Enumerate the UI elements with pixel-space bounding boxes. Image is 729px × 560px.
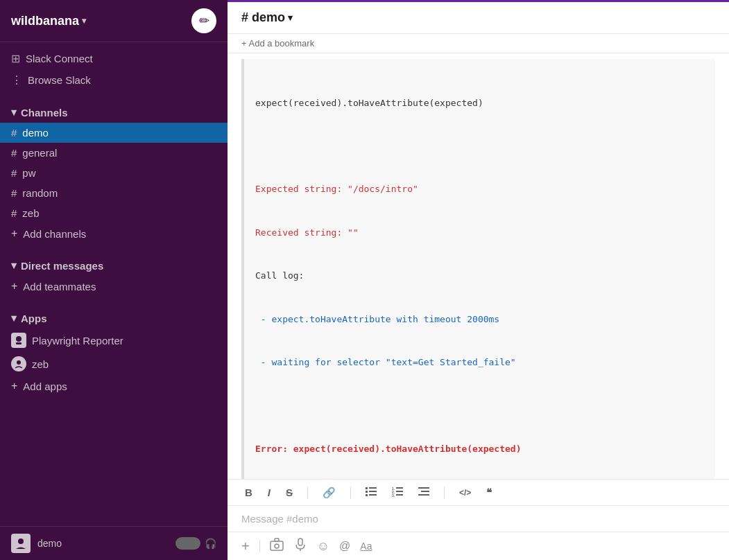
status-icons: 🎧 [175, 537, 216, 550]
code-line-logentry1: - expect.toHaveAttribute with timeout 20… [255, 313, 704, 327]
microphone-button[interactable] [293, 538, 307, 554]
main-content: # demo ▾ + Add a bookmark expect(receive… [228, 0, 729, 560]
bottom-user-name: demo [37, 538, 62, 549]
sidebar-item-pw[interactable]: # pw [0, 163, 228, 183]
message-input-area: Message #demo [228, 506, 729, 532]
apps-header[interactable]: ▾ Apps [0, 308, 228, 329]
indent-button[interactable] [415, 484, 433, 501]
sidebar-item-demo[interactable]: # demo [0, 123, 228, 143]
channels-header[interactable]: ▾ Channels [0, 102, 228, 123]
toolbar-divider-3 [444, 487, 445, 499]
channels-collapse-icon: ▾ [11, 106, 17, 119]
sidebar-item-zeb[interactable]: # zeb [0, 203, 228, 223]
channel-general-label: general [22, 147, 57, 159]
add-channels-button[interactable]: + Add channels [0, 223, 228, 244]
svg-rect-24 [298, 539, 302, 545]
direct-messages-header[interactable]: ▾ Direct messages [0, 255, 228, 276]
sidebar-header: wildbanana ▾ ✏ [0, 0, 228, 42]
camera-button[interactable] [270, 538, 284, 554]
add-apps-icon: + [11, 380, 17, 392]
slack-connect-icon: ⊞ [11, 52, 20, 65]
workspace-label: wildbanana [11, 14, 79, 28]
svg-rect-1 [16, 342, 22, 344]
svg-rect-8 [366, 491, 368, 493]
status-toggle[interactable] [175, 537, 200, 550]
message-toolbar: B I S 🔗 1.2.3. </> ❝ [228, 479, 729, 506]
hash-icon-random: # [11, 187, 17, 199]
svg-rect-22 [275, 539, 279, 541]
slack-connect-label: Slack Connect [26, 53, 93, 64]
aa-button[interactable]: Aa [360, 541, 372, 552]
svg-text:3.: 3. [392, 493, 395, 497]
channels-section: ▾ Channels # demo # general # pw # rando… [0, 96, 228, 250]
browse-slack-label: Browse Slack [28, 74, 91, 86]
sidebar: wildbanana ▾ ✏ ⊞ Slack Connect ⋮ Browse … [0, 0, 228, 560]
svg-rect-13 [396, 487, 403, 489]
channel-demo-label: demo [22, 127, 49, 139]
link-button[interactable]: 🔗 [319, 484, 339, 501]
channel-header: # demo ▾ [228, 2, 729, 34]
channel-title[interactable]: # demo ▾ [241, 10, 293, 25]
mention-button[interactable]: @ [339, 540, 350, 552]
numbered-list-button[interactable]: 1.2.3. [388, 484, 406, 501]
quote-button[interactable]: ❝ [483, 484, 495, 501]
svg-rect-15 [396, 491, 403, 492]
bookmark-bar[interactable]: + Add a bookmark [228, 34, 729, 53]
divider-1 [259, 540, 260, 552]
code-block: expect(received).toHaveAttribute(expecte… [241, 59, 715, 479]
svg-rect-11 [369, 494, 377, 496]
channel-random-label: random [22, 187, 58, 199]
bullet-list-button[interactable] [362, 484, 380, 501]
code-line-blank1 [255, 139, 704, 154]
code-line-calllog1: Call log: [255, 269, 704, 283]
apps-label: Apps [21, 313, 47, 324]
playwright-reporter-label: Playwright Reporter [32, 335, 123, 347]
hash-icon-general: # [11, 147, 17, 159]
toolbar-divider-1 [307, 487, 308, 499]
code-line-logentry2: - waiting for selector "text=Get Started… [255, 356, 704, 370]
svg-point-3 [18, 539, 24, 544]
code-line-error: Error: expect(received).toHaveAttribute(… [255, 442, 704, 457]
sidebar-item-general[interactable]: # general [0, 143, 228, 163]
sidebar-item-playwright-reporter[interactable]: Playwright Reporter [0, 329, 228, 352]
workspace-name[interactable]: wildbanana ▾ [11, 14, 86, 28]
zeb-person-icon [11, 356, 26, 371]
channels-label: Channels [21, 107, 68, 119]
hash-icon-zeb: # [11, 207, 17, 219]
code-line-expected1: Expected string: "/docs/intro" [255, 182, 704, 197]
add-apps-button[interactable]: + Add apps [0, 376, 228, 396]
headphone-icon: 🎧 [205, 538, 216, 549]
channel-name: # demo [241, 10, 285, 25]
add-teammates-icon: + [11, 280, 17, 292]
dots-icon: ⋮ [11, 73, 22, 87]
channel-chevron: ▾ [288, 12, 293, 23]
svg-point-0 [16, 336, 22, 342]
toolbar-divider-2 [350, 487, 351, 499]
sidebar-item-slack-connect[interactable]: ⊞ Slack Connect [0, 48, 228, 69]
svg-rect-9 [369, 491, 377, 492]
sidebar-item-random[interactable]: # random [0, 183, 228, 203]
sidebar-item-browse-slack[interactable]: ⋮ Browse Slack [0, 69, 228, 91]
italic-button[interactable]: I [264, 484, 274, 500]
svg-rect-6 [366, 487, 368, 489]
direct-messages-section: ▾ Direct messages + Add teammates [0, 250, 228, 302]
user-avatar[interactable] [11, 534, 31, 553]
add-teammates-button[interactable]: + Add teammates [0, 276, 228, 297]
dm-label: Direct messages [21, 260, 103, 272]
svg-point-2 [17, 360, 21, 365]
code-line-1: expect(received).toHaveAttribute(expecte… [255, 96, 704, 111]
emoji-button[interactable]: ☺ [317, 539, 329, 554]
sidebar-bottom: demo 🎧 [0, 526, 228, 560]
message-placeholder[interactable]: Message #demo [241, 513, 715, 525]
sidebar-item-zeb-app[interactable]: zeb [0, 352, 228, 376]
compose-button[interactable]: ✏ [191, 8, 216, 33]
plus-button[interactable]: + [241, 539, 250, 554]
code-button[interactable]: </> [456, 486, 474, 500]
messages-area: expect(received).toHaveAttribute(expecte… [228, 53, 729, 479]
apps-collapse-icon: ▾ [11, 312, 17, 324]
input-actions: + ☺ @ Aa [228, 532, 729, 560]
bold-button[interactable]: B [241, 484, 256, 500]
strikethrough-button[interactable]: S [282, 484, 296, 500]
add-channels-label: Add channels [23, 228, 86, 240]
add-bookmark-link[interactable]: + Add a bookmark [241, 38, 314, 49]
